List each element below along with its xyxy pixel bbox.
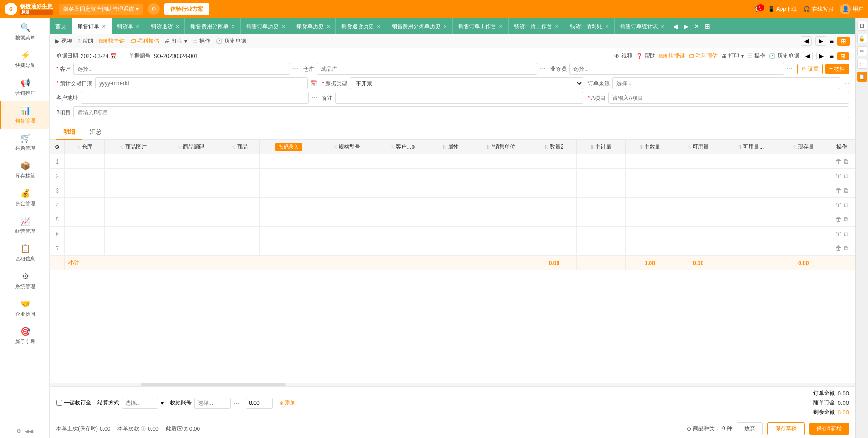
row-stock[interactable] (779, 154, 828, 169)
row-code[interactable] (162, 183, 220, 198)
row-main-qty[interactable] (625, 241, 674, 256)
row-unit[interactable] (470, 183, 532, 198)
tab-close-icon[interactable]: ✕ (661, 24, 664, 29)
row-customer[interactable] (376, 154, 431, 169)
sidebar-item-search[interactable]: 🔍 搜索菜单 (0, 18, 49, 46)
tab-reconcile[interactable]: 钱货日清对账 ✕ (564, 18, 615, 34)
copy-icon[interactable]: ⧉ (844, 201, 848, 209)
row-code[interactable] (162, 198, 220, 212)
toolbar-operate[interactable]: ☰ 操作 (193, 37, 210, 45)
delete-icon[interactable]: 🗑 (835, 216, 842, 223)
sidebar-item-finance[interactable]: 💰 资金管理 (0, 184, 49, 212)
copy-icon[interactable]: ⧉ (844, 158, 848, 165)
row-code[interactable] (162, 154, 220, 169)
copy-icon[interactable]: ⧉ (844, 230, 848, 238)
row-product[interactable] (220, 198, 260, 212)
row-warehouse[interactable] (65, 169, 105, 183)
tab-expense-history[interactable]: 销售费用分摊单历史 ✕ (386, 18, 453, 34)
row-available[interactable] (674, 183, 723, 198)
row-warehouse[interactable] (65, 227, 105, 241)
tab-detail[interactable]: 明细 (56, 125, 82, 140)
row-image[interactable] (104, 212, 162, 227)
row-qty2[interactable] (532, 241, 577, 256)
system-title[interactable]: 装备及固定资产辅助管理系统 ▾ (59, 4, 143, 15)
sidebar-item-system[interactable]: ⚙ 系统管理 (0, 267, 49, 294)
address-dots-icon[interactable]: ··· (311, 94, 317, 102)
order-source-dots-icon[interactable]: ··· (843, 79, 849, 87)
view-icon-area[interactable]: 👁 视频 (614, 52, 632, 60)
tab-grid-btn[interactable]: ⊞ (702, 23, 713, 30)
tab-sales-expense[interactable]: 销售费用分摊单 ✕ (185, 18, 241, 34)
row-code[interactable] (162, 169, 220, 183)
toolbar-list-icon[interactable]: ≡ (830, 38, 834, 45)
th-available[interactable]: ⇅ 可用量 (674, 140, 723, 154)
row-image[interactable] (104, 241, 162, 256)
row-stock[interactable] (779, 169, 828, 183)
th-main-unit[interactable]: ⇅ 主计量 (577, 140, 626, 154)
row-attr[interactable] (431, 154, 470, 169)
th-qty2[interactable]: ⇅ 数量2 (532, 140, 577, 154)
tab-sales-invoice[interactable]: 销货单 ✕ (112, 18, 145, 34)
row-qty2[interactable] (532, 183, 577, 198)
row-main-unit[interactable] (577, 183, 626, 198)
row-available2[interactable] (723, 241, 779, 256)
delete-icon[interactable]: 🗑 (835, 201, 842, 209)
row-spec[interactable] (318, 241, 376, 256)
row-attr[interactable] (431, 198, 470, 212)
row-customer[interactable] (376, 241, 431, 256)
row-image[interactable] (104, 169, 162, 183)
tab-sales-order[interactable]: 销售订单 ✕ (72, 18, 112, 34)
th-settings[interactable]: ⚙ (50, 140, 65, 154)
tab-home[interactable]: 首页 (50, 18, 72, 34)
delivery-input[interactable] (95, 77, 308, 89)
tab-close-icon[interactable]: ✕ (605, 24, 609, 29)
th-unit[interactable]: ⇅ *销售单位 (470, 140, 532, 154)
sidebar-item-management[interactable]: 📈 经营管理 (0, 212, 49, 239)
warehouse-input[interactable] (317, 63, 537, 75)
save-new-btn[interactable]: 保存&新增 (809, 423, 849, 435)
help-icon-area[interactable]: ❓ 帮助 (636, 52, 655, 60)
save-draft-btn[interactable]: 保存草稿 (767, 422, 805, 435)
form-next-btn[interactable]: ▶ (816, 52, 826, 60)
th-attr[interactable]: ⇅ 属性 (431, 140, 470, 154)
th-stock[interactable]: ⇅ 现存量 (779, 140, 828, 154)
row-attr[interactable] (431, 183, 470, 198)
scroll-area[interactable] (50, 383, 855, 386)
row-product[interactable] (220, 183, 260, 198)
tab-workbench[interactable]: 销售订单工作台 ✕ (453, 18, 509, 34)
row-qty2[interactable] (532, 212, 577, 227)
shortcut-area[interactable]: ⌨ 快捷键 (659, 52, 685, 60)
right-panel-icon-3[interactable]: ✏ (857, 46, 867, 56)
tab-close-icon[interactable]: ✕ (231, 24, 235, 29)
tab-close-icon[interactable]: ✕ (281, 24, 285, 29)
row-attr[interactable] (431, 212, 470, 227)
row-main-qty[interactable] (625, 198, 674, 212)
th-spec[interactable]: ⇅ 规格型号 (318, 140, 376, 154)
row-available2[interactable] (723, 227, 779, 241)
row-customer[interactable] (376, 183, 431, 198)
row-product[interactable] (220, 154, 260, 169)
row-main-unit[interactable] (577, 212, 626, 227)
form-list-icon[interactable]: ≡ (830, 53, 834, 60)
tab-close-icon[interactable]: ✕ (102, 24, 106, 29)
row-spec[interactable] (318, 227, 376, 241)
toolbar-prev-btn[interactable]: ◀ (801, 36, 812, 46)
row-stock[interactable] (779, 227, 828, 241)
row-main-qty[interactable] (625, 212, 674, 227)
tab-close-icon[interactable]: ✕ (377, 24, 380, 29)
row-unit[interactable] (470, 169, 532, 183)
tab-next-btn[interactable]: ▶ (681, 23, 691, 30)
row-stock[interactable] (779, 183, 828, 198)
right-panel-icon-4[interactable]: ☆ (857, 59, 867, 69)
remark-input[interactable] (335, 92, 583, 104)
row-product[interactable] (220, 241, 260, 256)
toolbar-profit[interactable]: 🏷 毛利预估 (130, 37, 159, 45)
row-available2[interactable] (723, 154, 779, 169)
th-warehouse[interactable]: ⇅ 仓库 (65, 140, 105, 154)
tab-close-icon[interactable]: ✕ (499, 24, 503, 29)
row-available2[interactable] (723, 183, 779, 198)
b-project-input[interactable] (73, 106, 849, 118)
toolbar-print[interactable]: 🖨 打印 ▾ (165, 37, 187, 45)
row-main-qty[interactable] (625, 183, 674, 198)
row-main-unit[interactable] (577, 241, 626, 256)
